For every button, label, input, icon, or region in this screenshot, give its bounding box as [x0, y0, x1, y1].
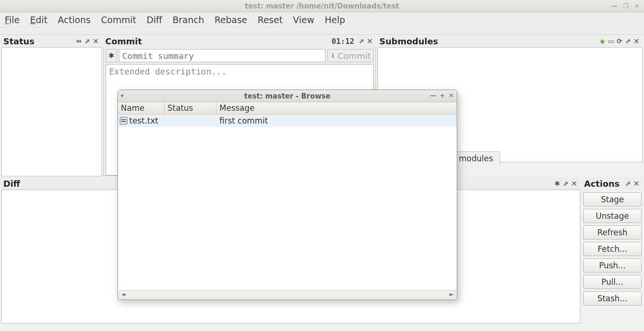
panel-status: Status ⇔ ⇗ ✕: [1, 35, 102, 176]
browse-row-name: test.txt: [129, 116, 158, 125]
submodules-detach-icon[interactable]: ⇗: [624, 37, 632, 45]
stage-button[interactable]: Stage: [583, 192, 642, 207]
window-maximize-icon[interactable]: ❐: [621, 1, 630, 10]
dialog-maximize-icon[interactable]: +: [440, 92, 445, 99]
status-columns-icon[interactable]: ⇔: [75, 37, 83, 45]
panel-submodules-title: Submodules: [379, 36, 438, 46]
menu-actions[interactable]: Actions: [58, 15, 91, 25]
terminal-icon[interactable]: ◆: [598, 37, 607, 45]
actions-detach-icon[interactable]: ⇗: [624, 180, 632, 187]
menu-reset[interactable]: Reset: [258, 15, 283, 25]
commit-options-button[interactable]: ✱: [106, 49, 117, 62]
column-status[interactable]: Status: [165, 102, 217, 114]
refresh-button[interactable]: Refresh: [583, 225, 642, 240]
commit-button[interactable]: ⬇ Commit: [327, 49, 374, 62]
scroll-right-icon[interactable]: ►: [448, 291, 455, 298]
browse-dialog: ▾ test: master - Browse — + ✕ Name Statu…: [117, 90, 457, 300]
menu-diff[interactable]: Diff: [147, 15, 162, 25]
dialog-close-icon[interactable]: ✕: [449, 92, 454, 99]
dialog-menu-icon[interactable]: ▾: [121, 92, 124, 99]
commit-detach-icon[interactable]: ⇗: [357, 37, 366, 45]
menu-help[interactable]: Help: [325, 15, 345, 25]
unstage-button[interactable]: Unstage: [583, 209, 642, 223]
commit-close-icon[interactable]: ✕: [366, 37, 374, 46]
submodules-close-icon[interactable]: ✕: [632, 37, 641, 46]
status-close-icon[interactable]: ✕: [92, 37, 100, 46]
monitor-icon[interactable]: ▭: [607, 37, 615, 45]
browse-row-message: first commit: [217, 116, 457, 125]
push-button[interactable]: Push...: [583, 258, 642, 273]
menu-commit[interactable]: Commit: [101, 15, 136, 25]
stash-button[interactable]: Stash...: [583, 291, 642, 306]
toolbar-empty: [0, 27, 644, 35]
status-detach-icon[interactable]: ⇗: [83, 37, 92, 45]
tab-submodules[interactable]: modules: [452, 151, 500, 165]
panel-diff-title: Diff: [3, 179, 20, 189]
scroll-left-icon[interactable]: ◄: [119, 291, 127, 298]
file-icon: [120, 117, 127, 124]
main-window-title: test: master /home/nit/Downloads/test: [245, 2, 399, 10]
diff-close-icon[interactable]: ✕: [570, 179, 578, 188]
browse-titlebar[interactable]: ▾ test: master - Browse — + ✕: [118, 90, 457, 102]
main-window-titlebar: test: master /home/nit/Downloads/test — …: [0, 0, 644, 12]
status-body: [1, 47, 102, 176]
panel-actions-title: Actions: [584, 179, 619, 189]
menu-view[interactable]: View: [293, 15, 314, 25]
menu-rebase[interactable]: Rebase: [215, 15, 247, 25]
dialog-minimize-icon[interactable]: —: [430, 92, 436, 99]
actions-close-icon[interactable]: ✕: [632, 179, 641, 188]
browse-title: test: master - Browse: [244, 92, 331, 100]
commit-button-label: Commit: [338, 51, 371, 61]
commit-summary-input[interactable]: [119, 49, 326, 62]
fetch-button[interactable]: Fetch...: [583, 242, 642, 256]
window-minimize-icon[interactable]: —: [610, 1, 619, 10]
refresh-icon[interactable]: ⟳: [615, 37, 624, 45]
commit-time: 01:12: [332, 37, 354, 46]
panel-status-title: Status: [3, 36, 34, 46]
window-close-icon[interactable]: ✕: [633, 1, 641, 10]
browse-horizontal-scrollbar[interactable]: ◄ ►: [119, 290, 456, 298]
browse-column-headers: Name Status Message: [118, 102, 457, 115]
download-icon: ⬇: [330, 52, 336, 59]
browse-row[interactable]: test.txt first commit: [118, 115, 457, 127]
column-name[interactable]: Name: [118, 102, 165, 114]
diff-detach-icon[interactable]: ⇗: [561, 180, 570, 187]
menu-edit[interactable]: Edit: [30, 15, 48, 25]
menubar: File Edit Actions Commit Diff Branch Reb…: [0, 12, 644, 27]
panel-commit-title: Commit: [105, 36, 142, 46]
menu-branch[interactable]: Branch: [173, 15, 204, 25]
diff-settings-icon[interactable]: ✱: [553, 180, 561, 187]
menu-file[interactable]: File: [5, 15, 20, 25]
column-message[interactable]: Message: [217, 102, 457, 114]
commit-description-placeholder: Extended description...: [109, 66, 226, 76]
pull-button[interactable]: Pull...: [583, 275, 642, 289]
panel-actions: Actions ⇗ ✕ Stage Unstage Refresh Fetch.…: [582, 177, 643, 306]
